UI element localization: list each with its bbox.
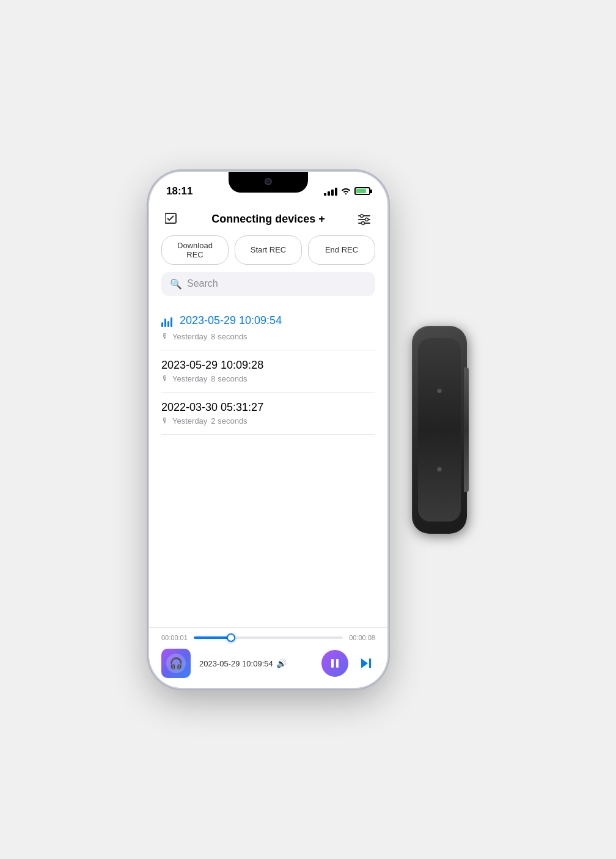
recording-meta: 🎙 Yesterday 8 seconds	[161, 332, 375, 341]
phone-shell: 18:11	[149, 172, 387, 688]
list-item[interactable]: 2023-05-29 10:09:28 🎙 Yesterday 8 second…	[161, 350, 375, 393]
player-artwork: 🎧	[161, 649, 191, 678]
status-icons	[324, 186, 370, 196]
wifi-icon	[341, 186, 351, 196]
recording-list: 2023-05-29 10:09:54 🎙 Yesterday 8 second…	[149, 306, 387, 627]
microphone-icon: 🎙	[161, 374, 169, 383]
player-controls: 🎧 2023-05-29 10:09:54 🔊	[161, 649, 375, 678]
signal-icon	[324, 187, 337, 196]
download-rec-button[interactable]: Download REC	[161, 235, 229, 265]
artwork-headphone-icon: 🎧	[166, 654, 186, 673]
svg-rect-10	[369, 658, 371, 668]
dongle-indicator-bottom	[437, 466, 442, 471]
total-time: 00:00:08	[349, 634, 375, 641]
search-icon: 🔍	[170, 278, 182, 290]
filter-icon[interactable]	[353, 208, 375, 230]
microphone-icon: 🎙	[161, 416, 169, 425]
microphone-icon: 🎙	[161, 332, 169, 341]
recording-duration: 8 seconds	[211, 332, 247, 341]
progress-row: 00:00:01 00:00:08	[161, 634, 375, 641]
waveform-icon	[161, 316, 172, 327]
camera	[265, 178, 272, 185]
recording-title: 2023-05-29 10:09:28	[161, 359, 263, 371]
player-title: 2023-05-29 10:09:54 🔊	[199, 658, 313, 668]
dongle-clip	[464, 367, 469, 492]
progress-fill	[194, 636, 231, 639]
svg-point-2	[361, 214, 364, 217]
volume-icon: 🔊	[276, 658, 287, 668]
play-pause-button[interactable]	[321, 650, 348, 677]
end-rec-button[interactable]: End REC	[308, 235, 375, 265]
recording-date: Yesterday	[172, 374, 207, 383]
progress-track[interactable]	[194, 636, 343, 639]
action-buttons: Download REC Start REC End REC	[149, 235, 387, 272]
recording-duration: 2 seconds	[211, 416, 247, 426]
status-time: 18:11	[166, 185, 193, 197]
start-rec-button[interactable]: Start REC	[235, 235, 302, 265]
svg-marker-9	[361, 658, 368, 668]
recording-meta: 🎙 Yesterday 8 seconds	[161, 374, 375, 383]
svg-rect-8	[336, 659, 339, 668]
page-title: Connecting devices +	[183, 213, 353, 226]
phone-screen: 18:11	[149, 172, 387, 688]
recording-title: 2023-05-29 10:09:54	[180, 314, 282, 327]
recording-duration: 8 seconds	[211, 374, 247, 383]
app-header: Connecting devices +	[149, 202, 387, 235]
player-title-text: 2023-05-29 10:09:54	[199, 659, 273, 668]
recording-date: Yesterday	[172, 332, 207, 341]
progress-thumb	[227, 633, 235, 642]
svg-point-4	[365, 218, 369, 221]
skip-forward-button[interactable]	[357, 654, 375, 673]
device-dongle	[412, 326, 467, 534]
player-bar: 00:00:01 00:00:08 🎧 2023-05-29 10:09:54 …	[149, 627, 387, 688]
search-placeholder: Search	[187, 278, 218, 289]
svg-point-6	[362, 221, 365, 224]
search-bar[interactable]: 🔍 Search	[161, 272, 375, 296]
recording-date: Yesterday	[172, 416, 207, 426]
notch	[229, 172, 308, 193]
svg-rect-7	[331, 659, 334, 668]
recording-meta: 🎙 Yesterday 2 seconds	[161, 416, 375, 426]
list-item[interactable]: 2022-03-30 05:31:27 🎙 Yesterday 2 second…	[161, 393, 375, 435]
dongle-indicator-top	[437, 388, 442, 393]
list-check-icon[interactable]	[161, 208, 183, 230]
list-item[interactable]: 2023-05-29 10:09:54 🎙 Yesterday 8 second…	[161, 306, 375, 350]
current-time: 00:00:01	[161, 634, 188, 641]
battery-icon	[354, 187, 370, 195]
recording-title: 2022-03-30 05:31:27	[161, 401, 263, 413]
